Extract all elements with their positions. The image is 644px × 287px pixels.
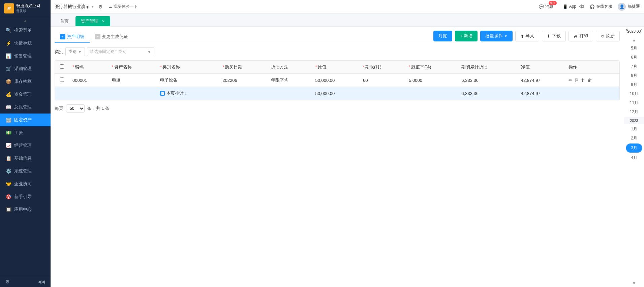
timeline-month-11[interactable]: 11月 <box>624 98 644 107</box>
timeline-month-12[interactable]: 12月 <box>624 107 644 117</box>
user-menu[interactable]: 👤 畅捷通 <box>618 3 640 11</box>
timeline-month-10[interactable]: 10月 <box>624 89 644 98</box>
app-download-button[interactable]: 📱 App下载 <box>563 4 584 9</box>
print-icon: 🖨 <box>574 34 578 39</box>
sidebar-item-basicinfo[interactable]: 📋 基础信息 <box>0 152 51 165</box>
sidebar-item-search[interactable]: 🔍 搜索菜单 <box>0 24 51 37</box>
category-value-select[interactable]: 请选择固定资产类别 ▼ <box>87 47 154 56</box>
topbar-gear-icon[interactable]: ⚙ <box>98 4 103 9</box>
timeline-month-7[interactable]: 7月 <box>624 62 644 71</box>
edit-icon[interactable]: ✏ <box>569 77 573 83</box>
timeline-month-2[interactable]: 2月 <box>624 134 644 143</box>
tab-close-icon[interactable]: ✕ <box>102 19 105 23</box>
sidebar-item-fixedasset[interactable]: 🏢 固定资产 <box>0 114 51 126</box>
delete-icon[interactable]: 🗑 <box>587 77 592 83</box>
sidebar-item-operations[interactable]: 📈 经营管理 <box>0 139 51 152</box>
export-icon[interactable]: ⬆ <box>581 77 585 83</box>
sidebar-item-apps[interactable]: 🔲 应用中心 <box>0 203 51 216</box>
tab-asset-mgmt[interactable]: 资产管理 ✕ <box>75 16 110 26</box>
subtotal-icon: 📄 <box>160 91 165 96</box>
panel-expand-icon[interactable]: ⤢ <box>639 28 643 33</box>
sidebar-item-quicknav[interactable]: ⚡ 快捷导航 <box>0 37 51 50</box>
th-name: *资产名称 <box>108 61 156 74</box>
timeline-month-3-current[interactable]: 3月 <box>626 144 642 153</box>
print-button[interactable]: 🖨 打印 <box>569 31 593 41</box>
sidebar-item-sales[interactable]: 📊 销售管理 <box>0 50 51 62</box>
subtotal-empty-4 <box>267 87 311 100</box>
sidebar-logo: 财 畅捷通好业财 普及版 <box>0 0 51 17</box>
sidebar-item-purchase[interactable]: 🛒 采购管理 <box>0 62 51 75</box>
reconcile-button[interactable]: 对账 <box>433 31 452 41</box>
timeline-month-5[interactable]: 5月 <box>624 44 644 53</box>
sidebar-item-inventory[interactable]: 📦 库存核算 <box>0 75 51 88</box>
sales-icon: 📊 <box>5 53 11 59</box>
refresh-icon: ↻ <box>601 34 605 39</box>
operations-icon: 📈 <box>5 143 11 148</box>
message-button[interactable]: 💬 消息 99+ <box>539 4 553 9</box>
timeline-month-9[interactable]: 9月 <box>624 80 644 89</box>
company-selector[interactable]: 医疗器械行业演示 ▼ <box>55 4 94 10</box>
subtotal-empty-5 <box>359 87 405 100</box>
category-type-select[interactable]: 类别 ▼ <box>65 47 85 56</box>
timeline-month-6[interactable]: 6月 <box>624 53 644 62</box>
row-checkbox[interactable] <box>60 77 64 82</box>
subtotal-empty-1 <box>68 87 108 100</box>
tab-bar: 首页 资产管理 ✕ <box>51 13 644 27</box>
sidebar-item-label: 销售管理 <box>14 53 32 59</box>
sidebar-item-label: 采购管理 <box>14 66 32 72</box>
tab-asset-mgmt-label: 资产管理 <box>81 19 98 24</box>
purchase-icon: 🛒 <box>5 66 11 71</box>
timeline-month-1[interactable]: 1月 <box>624 125 644 134</box>
subtotal-label-cell: 📄 本页小计： <box>156 87 218 100</box>
cell-residual-rate: 5.0000 <box>405 74 457 87</box>
cell-period: 60 <box>359 74 405 87</box>
collab-icon: 🤝 <box>5 181 11 187</box>
timeline-up-arrow[interactable]: ▲ <box>631 36 638 44</box>
sub-tab-asset-detail[interactable]: ≡ 资产明细 <box>55 31 90 43</box>
experience-button[interactable]: ☁ 我要体验一下 <box>108 4 138 9</box>
page-size-select[interactable]: 50 20 100 <box>66 104 85 113</box>
tab-home[interactable]: 首页 <box>55 16 74 26</box>
guide-icon: 🎯 <box>5 194 11 199</box>
cell-depreciation-method: 年限平均 <box>267 74 311 87</box>
select-all-checkbox[interactable] <box>60 64 64 69</box>
sub-tab-change-voucher[interactable]: ≡ 变更生成凭证 <box>90 31 133 43</box>
filter-row: 类别 类别 ▼ 请选择固定资产类别 ▼ <box>55 47 620 56</box>
new-button[interactable]: + 新增 <box>455 31 478 41</box>
search-icon: 🔍 <box>5 28 11 33</box>
sidebar-item-collab[interactable]: 🤝 企业协同 <box>0 178 51 190</box>
page-size-label: 每页 <box>55 105 63 111</box>
cell-code: 000001 <box>68 74 108 87</box>
timeline: 5月 6月 7月 8月 9月 10月 11月 12月 2023 1月 2月 3月… <box>624 44 644 280</box>
sidebar-item-label: 搜索菜单 <box>14 27 32 33</box>
online-service-button[interactable]: 🎧 在线客服 <box>590 4 612 9</box>
sidebar-item-system[interactable]: ⚙️ 系统管理 <box>0 165 51 178</box>
user-name: 畅捷通 <box>628 4 640 9</box>
import-label: 导入 <box>525 33 534 39</box>
sidebar-item-guide[interactable]: 🎯 新手引导 <box>0 190 51 203</box>
collapse-sidebar-button[interactable]: ◀◀ <box>38 279 45 284</box>
sidebar-item-funds[interactable]: 💰 资金管理 <box>0 88 51 101</box>
timeline-down-arrow[interactable]: ▼ <box>631 280 638 287</box>
sidebar-item-label: 快捷导航 <box>14 40 32 46</box>
message-badge: 99+ <box>549 1 556 5</box>
copy-icon[interactable]: ⎘ <box>575 77 578 83</box>
row-checkbox-cell <box>55 74 68 87</box>
download-button[interactable]: ⬇ 下载 <box>542 31 566 41</box>
sub-tab-change-voucher-label: 变更生成凭证 <box>102 34 128 40</box>
th-depreciation-method: 折旧方法 <box>267 61 311 74</box>
timeline-month-8[interactable]: 8月 <box>624 71 644 80</box>
settings-icon[interactable]: ⚙ <box>5 279 10 284</box>
import-button[interactable]: ⬆ 导入 <box>515 31 539 41</box>
batch-button[interactable]: 批量操作 ▼ <box>480 31 513 41</box>
apps-icon: 🔲 <box>5 207 11 212</box>
timeline-month-4[interactable]: 4月 <box>624 153 644 162</box>
panel-close-icon[interactable]: ✕ <box>625 28 629 33</box>
sidebar-item-payroll[interactable]: 💵 工资 <box>0 126 51 139</box>
app-download-label: App下载 <box>569 4 584 9</box>
refresh-button[interactable]: ↻ 刷新 <box>596 31 620 41</box>
logo-edition: 普及版 <box>16 9 40 13</box>
panel-header: ✕ 2023.03 ⤢ <box>624 28 644 35</box>
sidebar-bottom: ⚙ ◀◀ <box>0 276 51 287</box>
sidebar-item-ledger[interactable]: 📖 总账管理 <box>0 101 51 114</box>
